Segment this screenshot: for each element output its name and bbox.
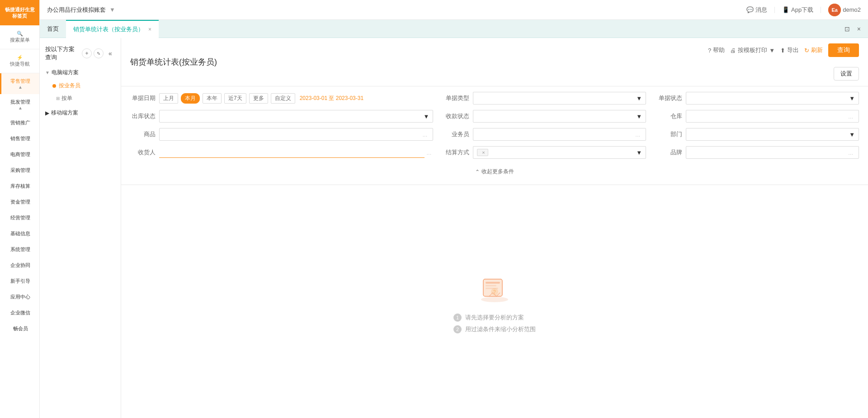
sidebar-item-inventory[interactable]: 库存核算: [0, 178, 39, 194]
date-custom-btn[interactable]: 自定义: [271, 93, 295, 104]
tab-restore-button[interactable]: ⊡: [843, 24, 852, 33]
query-button[interactable]: 查询: [828, 43, 859, 57]
doc-type-select[interactable]: ▼: [473, 92, 646, 104]
settlement-tag[interactable]: ×: [477, 149, 488, 156]
goods-dots[interactable]: ...: [420, 131, 429, 138]
payment-status-label: 收款状态: [444, 112, 469, 120]
right-content: 销货单统计表(按业务员) ? 帮助 🖨 按模板打印 ▼ ⬆: [121, 38, 868, 418]
receiver-dots[interactable]: ...: [425, 149, 433, 156]
empty-tip-2: 2 用过滤条件来缩小分析范围: [453, 325, 536, 333]
doc-status-select[interactable]: ▼: [686, 92, 859, 104]
sidebar-item-operation[interactable]: 经营管理: [0, 210, 39, 226]
export-button[interactable]: ⬆ 导出: [780, 46, 799, 54]
filter-row-4: 收货人 ... 结算方式 × ▼: [130, 146, 859, 159]
sidebar-item-basic[interactable]: 基础信息: [0, 226, 39, 242]
collapse-panel-button[interactable]: «: [105, 48, 115, 58]
sidebar-item-purchase[interactable]: 采购管理: [0, 162, 39, 178]
sidebar-item-enterprise[interactable]: 企业协同: [0, 257, 39, 273]
sidebar-item-finance[interactable]: 资金管理: [0, 194, 39, 210]
date-last-month-btn[interactable]: 上月: [159, 93, 178, 104]
sidebar-item-newbie[interactable]: 新手引导: [0, 273, 39, 289]
sidebar-menu: 零售管理 ▲ 批发管理 ▲ 营销推广 销售管理 电商管理 采购管理 库存核算 资…: [0, 73, 39, 418]
sidebar-item-wholesale[interactable]: 批发管理 ▲: [0, 94, 39, 115]
user-action[interactable]: Ea demo2: [828, 4, 861, 16]
empty-state: ? 1 请先选择要分析的方案 2 用过滤条件来缩小分析范围: [453, 270, 536, 333]
date-this-year-btn[interactable]: 本年: [203, 93, 222, 104]
help-link[interactable]: ? 帮助: [708, 46, 725, 54]
doc-type-label: 单据类型: [444, 94, 469, 102]
sidebar-nav-section: ⚡ 快捷导航: [0, 49, 39, 73]
tab-close-button[interactable]: ×: [855, 24, 863, 33]
sidebar-item-marketing[interactable]: 营销推广: [0, 115, 39, 131]
add-scheme-button[interactable]: +: [82, 48, 92, 58]
edit-scheme-button[interactable]: ✎: [94, 48, 104, 58]
header-right: 💬 消息 📱 App下载 Ea demo2: [746, 4, 861, 16]
settlement-tag-close-icon[interactable]: ×: [482, 150, 485, 155]
retail-arrow: ▲: [18, 85, 23, 90]
help-icon: ?: [708, 47, 711, 54]
stock-out-select[interactable]: ▼: [159, 110, 433, 123]
sidebar-item-sales[interactable]: 销售管理: [0, 131, 39, 147]
goods-select[interactable]: ...: [159, 128, 433, 141]
sidebar-item-appstore[interactable]: 应用中心: [0, 289, 39, 305]
right-action-panel: ? 帮助 🖨 按模板打印 ▼ ⬆ 导出 ↻: [708, 43, 859, 86]
nav-icon: ⚡: [17, 55, 23, 61]
tab-home[interactable]: 首页: [40, 20, 66, 38]
setting-button[interactable]: 设置: [834, 67, 859, 81]
app-icon: 📱: [782, 6, 789, 13]
filter-doc-type: 单据类型 ▼: [444, 92, 646, 104]
doc-status-label: 单据状态: [657, 94, 682, 102]
stock-out-dropdown-icon: ▼: [423, 113, 429, 120]
brand-select[interactable]: ...: [686, 146, 859, 159]
collapse-more-button[interactable]: ⌃ 收起更多条件: [130, 164, 859, 179]
desktop-scheme-title[interactable]: ▼ 电脑端方案: [40, 66, 121, 79]
filter-goods: 商品 ...: [130, 128, 433, 141]
scheme-sub-item-order[interactable]: ⊞ 按单: [40, 92, 121, 104]
salesperson-select[interactable]: ...: [473, 128, 646, 141]
refresh-button[interactable]: ↻ 刷新: [804, 46, 823, 54]
breadcrumb-dropdown-icon[interactable]: ▼: [109, 6, 115, 13]
tab-close-icon[interactable]: ×: [148, 26, 151, 33]
tip-num-1: 1: [453, 314, 462, 322]
filter-stock-out: 出库状态 ▼: [130, 110, 433, 123]
desktop-scheme-group: ▼ 电脑端方案 按业务员 ⊞ 按单: [40, 65, 121, 105]
tab-sales-stats[interactable]: 销货单统计表（按业务员） ×: [66, 20, 159, 38]
tip-num-2: 2: [453, 325, 462, 333]
sidebar-item-member[interactable]: 畅会员: [0, 321, 39, 337]
scheme-item-salesperson[interactable]: 按业务员: [40, 79, 121, 92]
date-this-month-btn[interactable]: 本月: [181, 93, 200, 104]
mobile-scheme-title[interactable]: ▶ 移动端方案: [40, 106, 121, 119]
payment-status-select[interactable]: ▼: [473, 110, 646, 123]
quick-nav-item[interactable]: ⚡ 快捷导航: [0, 51, 39, 71]
filter-salesperson: 业务员 ...: [444, 128, 646, 141]
brand-dots[interactable]: ...: [846, 149, 855, 156]
receiver-input[interactable]: [159, 147, 425, 158]
left-panel-title: 按以下方案查询: [45, 45, 79, 62]
sidebar-item-corpwechat[interactable]: 企业微信: [0, 305, 39, 321]
salesperson-dots[interactable]: ...: [633, 131, 642, 138]
search-menu-item[interactable]: 🔍 搜索菜单: [3, 29, 37, 45]
date-last7-btn[interactable]: 近7天: [224, 93, 246, 104]
warehouse-select[interactable]: ...: [686, 110, 859, 123]
search-icon: 🔍: [17, 31, 23, 37]
main-area: 办公用品行业模拟账套 ▼ 💬 消息 📱 App下载 Ea demo2: [40, 0, 868, 418]
sidebar-item-retail[interactable]: 零售管理 ▲: [0, 73, 39, 94]
date-more-btn[interactable]: 更多: [249, 93, 268, 104]
wholesale-arrow: ▲: [18, 105, 23, 110]
settlement-select[interactable]: × ▼: [473, 146, 646, 159]
department-dropdown-icon: ▼: [849, 131, 855, 138]
payment-dropdown-icon: ▼: [636, 113, 642, 120]
sidebar-item-system[interactable]: 系统管理: [0, 242, 39, 257]
mobile-scheme-group: ▶ 移动端方案: [40, 105, 121, 120]
print-button[interactable]: 🖨 按模板打印 ▼: [730, 46, 775, 54]
message-action[interactable]: 💬 消息: [746, 6, 767, 14]
sidebar-item-ecommerce[interactable]: 电商管理: [0, 147, 39, 162]
warehouse-dots[interactable]: ...: [846, 113, 855, 120]
print-arrow-icon: ▼: [769, 47, 775, 54]
tabs-right-actions: ⊡ ×: [843, 24, 868, 33]
app-download-action[interactable]: 📱 App下载: [782, 6, 813, 14]
filter-department: 部门 ▼: [657, 128, 859, 141]
department-select[interactable]: ▼: [686, 128, 859, 141]
filter-area: 单据日期 上月 本月 本年 近7天 更多 自定义 2023-03-01 至 20…: [121, 86, 868, 185]
logo-text: 畅捷通好生意 标签页: [5, 6, 35, 19]
